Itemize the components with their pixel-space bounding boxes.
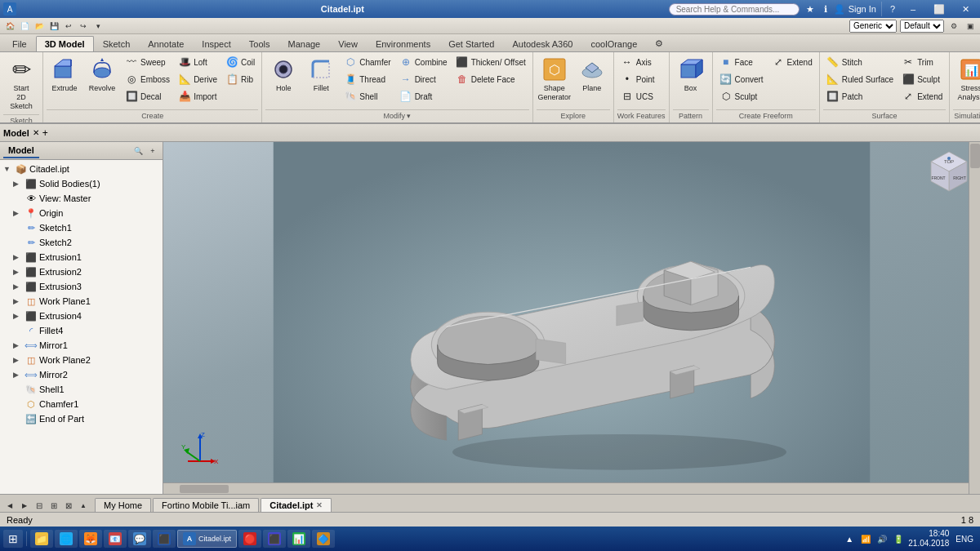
sculpt-btn[interactable]: ⬡ Sculpt	[716, 88, 767, 104]
tray-icon-sound[interactable]: 🔊	[875, 532, 889, 545]
view-cube[interactable]: TOP RIGHT FRONT	[924, 149, 973, 198]
info-btn[interactable]: ℹ	[821, 4, 831, 15]
tree-mirror1[interactable]: ▶ ⟺ Mirror1	[0, 338, 163, 353]
tray-clock[interactable]: 18:40 21.04.2018	[908, 529, 949, 549]
combine-btn[interactable]: ⊕ Combine	[396, 54, 451, 70]
qa-icon2[interactable]: ▣	[964, 20, 977, 33]
tray-icon-battery[interactable]: 🔋	[892, 532, 905, 545]
extrude-btn[interactable]: Extrude	[47, 54, 82, 103]
tree-fillet4[interactable]: ◜ Fillet4	[0, 323, 163, 338]
taskbar-app9[interactable]: 🔷	[312, 530, 335, 548]
trim-btn[interactable]: ✂ Trim	[898, 54, 946, 70]
tree-root[interactable]: ▼ 📦 Citadel.ipt	[0, 162, 163, 176]
qa-new[interactable]: 📄	[18, 20, 31, 33]
qa-icon1[interactable]: ⚙	[947, 20, 960, 33]
add-model-btn[interactable]: +	[42, 127, 48, 139]
thicken-btn[interactable]: ⬛ Thicken/ Offset	[452, 54, 529, 70]
loft-btn[interactable]: 🎩 Loft	[175, 54, 220, 70]
start-btn[interactable]: ⊞	[3, 530, 23, 548]
tree-mirror2[interactable]: ▶ ⟺ Mirror2	[0, 367, 163, 382]
viewport-scrollbar-vertical[interactable]	[969, 142, 980, 494]
tab-coolorange[interactable]: coolOrange	[581, 36, 646, 51]
tree-extrusion3[interactable]: ▶ ⬛ Extrusion3	[0, 279, 163, 294]
rib-btn[interactable]: 📋 Rib	[222, 71, 258, 87]
chamfer-btn[interactable]: ⬡ Chamfer	[341, 54, 394, 70]
sign-in-label[interactable]: Sign In	[849, 4, 876, 14]
viewport-scrollbar-horizontal[interactable]	[163, 482, 969, 494]
tree-origin[interactable]: ▶ 📍 Origin	[0, 206, 163, 220]
origin-expand[interactable]: ▶	[13, 209, 23, 217]
shell-btn[interactable]: 🐚 Shell	[341, 88, 394, 104]
direct-btn[interactable]: → Direct	[396, 71, 451, 87]
qa-redo[interactable]: ↪	[77, 20, 90, 33]
point-btn[interactable]: • Point	[617, 71, 658, 87]
fillet-btn[interactable]: Fillet	[303, 54, 339, 103]
root-expand[interactable]: ▼	[3, 165, 13, 173]
qa-open[interactable]: 📂	[33, 20, 46, 33]
tree-workplane1[interactable]: ▶ ◫ Work Plane1	[0, 294, 163, 309]
tree-extrusion2[interactable]: ▶ ⬛ Extrusion2	[0, 264, 163, 279]
qa-undo[interactable]: ↩	[62, 20, 75, 33]
taskbar-browser1[interactable]: 🌐	[55, 530, 78, 548]
taskbar-browser2[interactable]: 🦊	[79, 530, 102, 548]
tab-a360[interactable]: Autodesk A360	[503, 36, 581, 51]
maximize-btn[interactable]: ⬜	[928, 2, 951, 16]
search-input[interactable]	[669, 3, 800, 16]
tab-view[interactable]: View	[329, 36, 367, 51]
tab-getstarted[interactable]: Get Started	[439, 36, 503, 51]
taskbar-inventor[interactable]: A Citadel.ipt	[177, 530, 237, 548]
tray-icon1[interactable]: ▲	[843, 532, 856, 545]
taskbar-app4[interactable]: 💬	[128, 530, 151, 548]
taskbar-app7[interactable]: ⬛	[263, 530, 286, 548]
tree-view[interactable]: 👁 View: Master	[0, 191, 163, 206]
tab-annotate[interactable]: Annotate	[139, 36, 193, 51]
qa-save[interactable]: 💾	[47, 20, 60, 33]
ucs-btn[interactable]: ⊟ UCS	[617, 88, 658, 104]
close-model-btn[interactable]: ✕	[33, 128, 39, 137]
coil-btn[interactable]: 🌀 Coil	[222, 54, 258, 70]
taskbar-app3[interactable]: 📧	[104, 530, 127, 548]
qa-home[interactable]: 🏠	[3, 20, 16, 33]
tab-environments[interactable]: Environments	[367, 36, 439, 51]
tab-file[interactable]: File	[3, 36, 36, 51]
viewport[interactable]: TOP RIGHT FRONT Z X	[163, 142, 980, 494]
layout-btn1[interactable]: ⊟	[33, 499, 46, 512]
tray-icon-network[interactable]: 📶	[859, 532, 872, 545]
sculpt2-btn[interactable]: ⬛ Sculpt	[898, 71, 946, 87]
shape-generator-btn[interactable]: ⬡ ShapeGenerator	[537, 54, 572, 104]
default-dropdown[interactable]: Default	[900, 20, 944, 33]
tree-sketch2[interactable]: ✏ Sketch2	[0, 235, 163, 250]
tree-chamfer1[interactable]: ⬡ Chamfer1	[0, 397, 163, 411]
tab-tools[interactable]: Tools	[240, 36, 279, 51]
taskbar-app8[interactable]: 📊	[287, 530, 310, 548]
nav-prev-btn[interactable]: ◀	[3, 499, 16, 512]
nav-next-btn[interactable]: ▶	[18, 499, 31, 512]
mb-tab-model[interactable]: Model	[3, 144, 39, 158]
tree-sketch1[interactable]: ✏ Sketch1	[0, 220, 163, 235]
generic-dropdown[interactable]: Generic	[849, 20, 897, 33]
tab-manage[interactable]: Manage	[278, 36, 329, 51]
tab-gear[interactable]: ⚙	[646, 35, 672, 51]
hole-btn[interactable]: Hole	[265, 54, 301, 103]
tree-extrusion4[interactable]: ▶ ⬛ Extrusion4	[0, 309, 163, 323]
patch-btn[interactable]: 🔲 Patch	[823, 88, 897, 104]
qa-options[interactable]: ▾	[91, 20, 105, 33]
derive-btn[interactable]: 📐 Derive	[175, 71, 220, 87]
tree-end-of-part[interactable]: 🔚 End of Part	[0, 411, 163, 426]
convert-btn[interactable]: 🔄 Convert	[716, 71, 767, 87]
taskbar-app6[interactable]: 🔴	[238, 530, 261, 548]
ruled-surface-btn[interactable]: 📐 Ruled Surface	[823, 71, 897, 87]
extend-btn[interactable]: ⤢ Extend	[768, 54, 816, 70]
extend2-btn[interactable]: ⤢ Extend	[898, 88, 946, 104]
draft-btn[interactable]: 📄 Draft	[396, 88, 451, 104]
box-btn[interactable]: Box	[673, 54, 709, 103]
start-2d-sketch-btn[interactable]: ✏ Start2D Sketch	[3, 54, 39, 113]
axis-btn[interactable]: ↔ Axis	[617, 54, 658, 70]
sb-expand[interactable]: ▶	[13, 180, 23, 188]
profile-area[interactable]: 👤 Sign In	[834, 4, 876, 15]
deleteface-btn[interactable]: 🗑 Delete Face	[452, 71, 529, 87]
taskbar-app5[interactable]: ⬛	[153, 530, 176, 548]
thread-btn[interactable]: 🧵 Thread	[341, 71, 394, 87]
stress-analysis-btn[interactable]: 📊 StressAnalysis	[953, 54, 980, 104]
modify-group-label[interactable]: Modify ▾	[265, 109, 528, 121]
